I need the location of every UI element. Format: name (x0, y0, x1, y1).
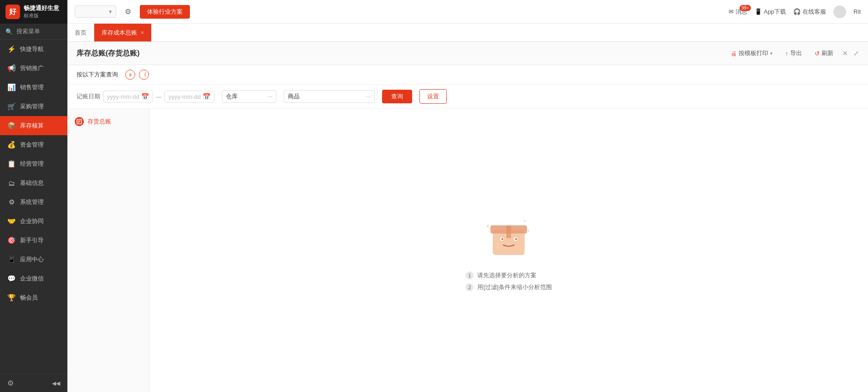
messages-badge: 99+ (740, 5, 751, 11)
tab-home[interactable]: 首页 (67, 24, 94, 41)
tab-inventory-ledger[interactable]: 库存成本总账 × (94, 24, 152, 41)
expand-window-icon[interactable]: ⤢ (853, 50, 859, 57)
headset-icon: 🎧 (793, 8, 801, 15)
industry-solution-button[interactable]: 体验行业方案 (140, 5, 190, 19)
search-menu[interactable]: 🔍 搜索菜单 (0, 24, 67, 40)
warehouse-select[interactable]: 仓库 ··· (222, 90, 276, 103)
date-from-input[interactable]: yyyy-mm-dd 📅 (103, 91, 153, 102)
logo-text: 畅捷通好生意 标准版 (24, 5, 59, 19)
sidebar-item-label: 新手引导 (20, 236, 44, 244)
hint-num-2: 2 (465, 283, 474, 291)
filter-collapse-button[interactable]: 《 (139, 70, 149, 80)
page-header: 库存总账(存货总账) 🖨 按模板打印 ▾ ↑ 导出 ↺ 刷新 (67, 42, 868, 65)
sidebar-item-basic-info[interactable]: 🗂 基础信息 (0, 173, 67, 193)
print-template-button[interactable]: 🖨 按模板打印 ▾ (727, 47, 776, 59)
sidebar-nav: ⚡ 快捷导航 📢 营销推广 📊 销售管理 🛒 采购管理 📦 库存核算 💰 资金管… (0, 40, 67, 374)
messages-button[interactable]: ✉ 消息 99+ (729, 8, 747, 16)
filter-bar: 按以下方案查询 + 《 (67, 65, 868, 85)
hint-text-1: 请先选择要分析的方案 (477, 271, 536, 280)
sidebar-item-label: 企业微信 (20, 275, 44, 283)
version-label: 标准版 (24, 12, 59, 19)
sidebar-item-app-center[interactable]: 📱 应用中心 (0, 250, 67, 269)
username-label: Rit (853, 8, 861, 15)
topbar-left: ▾ ⚙ 体验行业方案 (75, 5, 729, 19)
sidebar-item-wechat[interactable]: 💬 企业微信 (0, 269, 67, 288)
scheme-item-inventory-ledger[interactable]: 存货总账 (67, 112, 149, 131)
date-to-input[interactable]: yyyy-mm-dd 📅 (164, 91, 214, 102)
date-filter-group: 记账日期 yyyy-mm-dd 📅 — yyyy-mm-dd 📅 (77, 91, 214, 102)
sidebar-item-operations[interactable]: 📋 经营管理 (0, 154, 67, 173)
tab-inventory-ledger-label: 库存成本总账 (102, 29, 137, 37)
refresh-button[interactable]: ↺ 刷新 (811, 47, 837, 59)
svg-text:✦: ✦ (522, 218, 527, 224)
app-download-label: App下载 (764, 8, 786, 16)
sales-icon: 📊 (7, 83, 15, 92)
online-service-label: 在线客服 (802, 8, 826, 16)
refresh-label: 刷新 (822, 49, 833, 57)
quick-nav-icon: ⚡ (7, 45, 15, 53)
sidebar-item-vip[interactable]: 🏆 畅会员 (0, 288, 67, 307)
tab-home-label: 首页 (75, 29, 87, 37)
enterprise-icon: 🤝 (7, 217, 15, 225)
sidebar-item-purchase[interactable]: 🛒 采购管理 (0, 97, 67, 116)
svg-rect-6 (506, 225, 511, 238)
sidebar: 好 畅捷通好生意 标准版 🔍 搜索菜单 ⚡ 快捷导航 📢 营销推广 📊 销售管理… (0, 0, 67, 392)
print-label: 按模板打印 (739, 49, 768, 57)
export-label: 导出 (790, 49, 802, 57)
system-icon: ⚙ (7, 198, 15, 206)
svg-point-9 (501, 238, 503, 240)
product-more-icon: ··· (366, 93, 371, 100)
sidebar-item-system[interactable]: ⚙ 系统管理 (0, 193, 67, 212)
tab-close-icon[interactable]: × (141, 30, 144, 36)
sidebar-item-sales[interactable]: 📊 销售管理 (0, 78, 67, 97)
topbar-workspace-dropdown[interactable]: ▾ (75, 5, 116, 18)
sidebar-logo: 好 畅捷通好生意 标准版 (0, 0, 67, 24)
print-icon: 🖨 (731, 50, 737, 57)
page-inner: 库存总账(存货总账) 🖨 按模板打印 ▾ ↑ 导出 ↺ 刷新 (67, 42, 868, 392)
main-area: ▾ ⚙ 体验行业方案 ✉ 消息 99+ 📱 App下载 🎧 在线客服 Rit (67, 0, 868, 392)
hint-item-2: 2 用[过滤]条件来缩小分析范围 (465, 283, 551, 291)
sidebar-item-finance[interactable]: 💰 资金管理 (0, 135, 67, 154)
collapse-sidebar-icon[interactable]: ◀◀ (52, 380, 60, 387)
online-service-button[interactable]: 🎧 在线客服 (793, 8, 826, 16)
date-from-placeholder: yyyy-mm-dd (107, 93, 139, 100)
sidebar-item-label: 应用中心 (20, 255, 44, 264)
filter-add-button[interactable]: + (125, 70, 135, 80)
sidebar-item-inventory[interactable]: 📦 库存核算 (0, 116, 67, 135)
brand-name: 畅捷通好生意 (24, 5, 59, 12)
export-button[interactable]: ↑ 导出 (782, 47, 806, 59)
filter-bar-label: 按以下方案查询 (77, 71, 118, 79)
scheme-icon (75, 117, 84, 126)
date-field-label: 记账日期 (77, 92, 100, 101)
filter-settings-button[interactable]: 设置 (419, 89, 447, 104)
search-menu-label: 搜索菜单 (16, 27, 40, 36)
query-button[interactable]: 查询 (382, 90, 412, 103)
topbar-dropdown-value (79, 8, 106, 15)
user-avatar[interactable] (833, 5, 846, 18)
sidebar-item-label: 企业协同 (20, 217, 44, 225)
app-center-icon: 📱 (7, 255, 15, 264)
settings-footer-icon[interactable]: ⚙ (7, 379, 14, 387)
sidebar-item-marketing[interactable]: 📢 营销推广 (0, 59, 67, 78)
hint-num-1: 1 (465, 271, 474, 280)
close-window-icon[interactable]: ✕ (842, 50, 848, 57)
app-download-button[interactable]: 📱 App下载 (755, 8, 786, 16)
sidebar-item-label: 采购管理 (20, 102, 44, 111)
topbar-gear-button[interactable]: ⚙ (121, 5, 135, 19)
scheme-panel: 存货总账 (67, 109, 149, 392)
sidebar-item-label: 经营管理 (20, 160, 44, 168)
export-icon: ↑ (786, 50, 789, 57)
product-select[interactable]: 商品 ··· (284, 90, 375, 103)
topbar: ▾ ⚙ 体验行业方案 ✉ 消息 99+ 📱 App下载 🎧 在线客服 Rit (67, 0, 868, 24)
basic-info-icon: 🗂 (7, 179, 15, 187)
message-icon: ✉ (729, 8, 734, 15)
page-content: 库存总账(存货总账) 🖨 按模板打印 ▾ ↑ 导出 ↺ 刷新 (67, 42, 868, 392)
empty-state: ✦ ✦ ✦ 1 请先选择要分析的方案 2 用[过滤]条件来缩小分析范围 (149, 109, 868, 392)
sidebar-item-quick-nav[interactable]: ⚡ 快捷导航 (0, 40, 67, 59)
sidebar-item-guide[interactable]: 🎯 新手引导 (0, 231, 67, 250)
sidebar-item-enterprise[interactable]: 🤝 企业协同 (0, 212, 67, 231)
refresh-icon: ↺ (815, 50, 820, 57)
finance-icon: 💰 (7, 141, 15, 149)
svg-point-10 (515, 238, 517, 240)
sidebar-item-label: 系统管理 (20, 198, 44, 206)
